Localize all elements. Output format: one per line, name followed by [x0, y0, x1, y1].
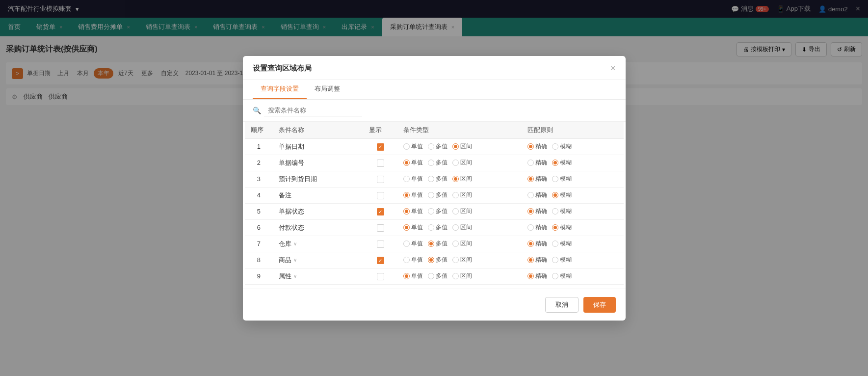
- match-radio-item[interactable]: 模糊: [552, 207, 572, 215]
- type-radio-item[interactable]: 区间: [452, 142, 472, 151]
- type-radio-item[interactable]: 区间: [452, 159, 472, 167]
- row-display-checkbox[interactable]: [363, 203, 397, 219]
- dialog-tab-layout[interactable]: 布局调整: [307, 80, 348, 99]
- type-radio-item[interactable]: 区间: [452, 240, 472, 248]
- match-radio-item[interactable]: 精确: [527, 272, 547, 280]
- radio-label-text: 单值: [411, 142, 423, 151]
- row-display-checkbox[interactable]: [363, 155, 397, 171]
- match-radio-item[interactable]: 精确: [527, 175, 547, 183]
- match-radio-item[interactable]: 精确: [527, 207, 547, 215]
- match-radio-item[interactable]: 精确: [527, 159, 547, 167]
- radio-circle-icon: [552, 241, 558, 247]
- chevron-down-icon: ∨: [293, 241, 297, 246]
- display-checkbox[interactable]: [377, 176, 384, 183]
- chevron-down-icon: ∨: [293, 257, 297, 263]
- row-display-checkbox[interactable]: [363, 236, 397, 252]
- radio-label-text: 模糊: [560, 240, 572, 248]
- type-radio-item[interactable]: 单值: [403, 207, 423, 215]
- display-checkbox[interactable]: [377, 143, 384, 151]
- radio-label-text: 单值: [411, 256, 423, 264]
- type-radio-item[interactable]: 单值: [403, 191, 423, 199]
- match-radio-item[interactable]: 模糊: [552, 223, 572, 232]
- row-display-checkbox[interactable]: [363, 284, 397, 289]
- radio-label-text: 区间: [460, 159, 472, 167]
- type-radio-item[interactable]: 多值: [428, 240, 447, 248]
- dialog-close-button[interactable]: ×: [610, 64, 616, 73]
- type-radio-item[interactable]: 区间: [452, 207, 472, 215]
- conditions-table-scroll[interactable]: 顺序 条件名称 显示 条件类型: [243, 122, 626, 289]
- radio-label-text: 区间: [460, 191, 472, 199]
- match-radio-item[interactable]: 精确: [527, 256, 547, 264]
- match-radio-item[interactable]: 精确: [527, 223, 547, 232]
- type-radio-item[interactable]: 多值: [428, 159, 447, 167]
- type-radio-item[interactable]: 多值: [428, 142, 447, 151]
- match-radio-item[interactable]: 模糊: [552, 159, 572, 167]
- type-radio-item[interactable]: 多值: [428, 191, 447, 199]
- type-radio-item[interactable]: 区间: [452, 272, 472, 280]
- type-radio-item[interactable]: 区间: [452, 175, 472, 183]
- col-header-match: 匹配原则: [522, 122, 623, 139]
- type-radio-item[interactable]: 区间: [452, 256, 472, 264]
- radio-label-text: 精确: [535, 175, 547, 183]
- radio-circle-icon: [452, 224, 459, 231]
- cancel-button[interactable]: 取消: [545, 297, 579, 313]
- match-radio-item[interactable]: 模糊: [552, 240, 572, 248]
- condition-search-input[interactable]: [264, 105, 362, 116]
- type-radio-item[interactable]: 单值: [403, 223, 423, 232]
- type-radio-item[interactable]: 多值: [428, 207, 447, 215]
- col-header-display: 显示: [363, 122, 397, 139]
- radio-circle-icon: [428, 208, 434, 215]
- table-row: 9属性 ∨单值多值区间精确模糊: [245, 268, 624, 284]
- match-radio-item[interactable]: 精确: [527, 240, 547, 248]
- match-radio-item[interactable]: 模糊: [552, 191, 572, 199]
- row-match-group: 精确模糊: [522, 252, 623, 268]
- radio-label-text: 多值: [436, 159, 447, 167]
- radio-circle-icon: [428, 224, 434, 231]
- type-radio-item[interactable]: 单值: [403, 256, 423, 264]
- type-radio-item[interactable]: 单值: [403, 272, 423, 280]
- row-display-checkbox[interactable]: [363, 187, 397, 203]
- type-radio-item[interactable]: 多值: [428, 175, 447, 183]
- display-checkbox[interactable]: [377, 160, 384, 167]
- type-radio-item[interactable]: 区间: [452, 191, 472, 199]
- row-display-checkbox[interactable]: [363, 219, 397, 236]
- type-radio-item[interactable]: 区间: [452, 223, 472, 232]
- radio-label-text: 模糊: [560, 159, 572, 167]
- match-radio-item[interactable]: 模糊: [552, 142, 572, 151]
- display-checkbox[interactable]: [377, 208, 384, 215]
- row-display-checkbox[interactable]: [363, 138, 397, 155]
- type-radio-item[interactable]: 多值: [428, 272, 447, 280]
- display-checkbox[interactable]: [377, 224, 384, 232]
- row-display-checkbox[interactable]: [363, 171, 397, 187]
- type-radio-item[interactable]: 多值: [428, 223, 447, 232]
- row-order: 3: [245, 171, 273, 187]
- match-radio-item[interactable]: 模糊: [552, 175, 572, 183]
- radio-circle-icon: [527, 143, 534, 150]
- dialog-tab-field-settings[interactable]: 查询字段设置: [253, 80, 307, 99]
- radio-circle-icon: [452, 257, 459, 263]
- type-radio-item[interactable]: 单值: [403, 159, 423, 167]
- display-checkbox[interactable]: [377, 241, 384, 248]
- type-radio-item[interactable]: 多值: [428, 256, 447, 264]
- match-radio-item[interactable]: 精确: [527, 142, 547, 151]
- row-name: 单据状态: [273, 203, 363, 219]
- type-radio-item[interactable]: 单值: [403, 142, 423, 151]
- match-radio-item[interactable]: 精确: [527, 191, 547, 199]
- type-radio-item[interactable]: 单值: [403, 240, 423, 248]
- display-checkbox[interactable]: [377, 273, 384, 280]
- row-name: 有无商品图片: [273, 284, 363, 289]
- radio-label-text: 单值: [411, 175, 423, 183]
- row-type-group: 单值多值区间: [397, 155, 522, 171]
- save-button[interactable]: 保存: [583, 297, 616, 313]
- display-checkbox[interactable]: [377, 257, 384, 264]
- radio-label-text: 模糊: [560, 142, 572, 151]
- row-order: 7: [245, 236, 273, 252]
- row-display-checkbox[interactable]: [363, 268, 397, 284]
- row-display-checkbox[interactable]: [363, 252, 397, 268]
- type-radio-item[interactable]: 单值: [403, 175, 423, 183]
- match-radio-item[interactable]: 模糊: [552, 256, 572, 264]
- display-checkbox[interactable]: [377, 192, 384, 199]
- radio-label-text: 模糊: [560, 272, 572, 280]
- row-name: 预计到货日期: [273, 171, 363, 187]
- match-radio-item[interactable]: 模糊: [552, 272, 572, 280]
